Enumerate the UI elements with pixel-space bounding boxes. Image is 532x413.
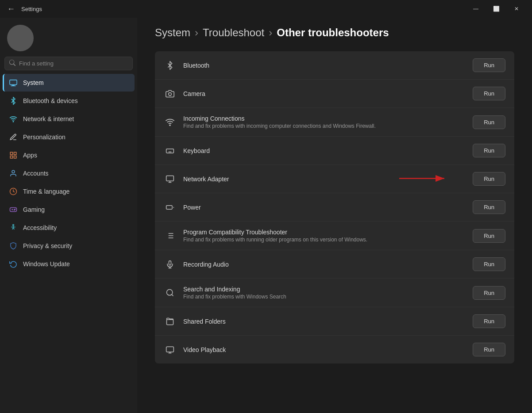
program-compatibility-ts-info: Program Compatibility Troubleshooter Fin… <box>183 229 466 243</box>
maximize-button[interactable]: ⬜ <box>486 2 506 15</box>
network-adapter-ts-icon <box>164 173 176 185</box>
search-indexing-run-button[interactable]: Run <box>473 286 505 300</box>
troubleshooter-recording-audio: Recording Audio Run <box>155 250 514 279</box>
bluetooth-nav-icon <box>9 96 18 105</box>
sidebar: System Bluetooth & devices <box>0 18 137 413</box>
sidebar-item-time-label: Time & language <box>23 188 69 195</box>
program-compatibility-ts-icon <box>164 229 176 242</box>
sidebar-item-system[interactable]: System <box>3 74 135 92</box>
troubleshooter-shared-folders: Shared Folders Run <box>155 307 514 336</box>
shared-folders-run-button[interactable]: Run <box>473 314 505 328</box>
breadcrumb-system[interactable]: System <box>155 27 190 39</box>
titlebar-left: ← Settings <box>5 3 42 15</box>
camera-ts-icon <box>164 88 176 100</box>
program-compatibility-run-button[interactable]: Run <box>473 229 505 243</box>
search-box[interactable] <box>4 57 133 70</box>
breadcrumb-sep1: › <box>195 27 198 39</box>
update-icon <box>9 260 18 268</box>
troubleshooter-search-indexing: Search and Indexing Find and fix problem… <box>155 279 514 307</box>
sidebar-item-update-label: Windows Update <box>23 260 70 268</box>
svg-point-3 <box>13 121 14 122</box>
troubleshooter-bluetooth: Bluetooth Run <box>155 51 514 80</box>
sidebar-item-gaming[interactable]: Gaming <box>3 201 135 218</box>
close-button[interactable]: ✕ <box>506 2 527 15</box>
avatar <box>7 25 34 51</box>
video-playback-ts-icon <box>164 344 176 356</box>
power-ts-name: Power <box>183 204 466 211</box>
accessibility-icon <box>9 223 18 232</box>
svg-rect-4 <box>10 152 12 154</box>
svg-rect-27 <box>169 260 171 265</box>
program-compatibility-ts-desc: Find and fix problems with running older… <box>183 237 466 243</box>
svg-rect-16 <box>166 149 174 153</box>
svg-point-15 <box>170 125 170 126</box>
svg-point-30 <box>167 290 173 295</box>
video-playback-run-button[interactable]: Run <box>473 343 505 356</box>
gaming-icon <box>9 205 18 214</box>
titlebar: ← Settings — ⬜ ✕ <box>0 0 532 18</box>
sidebar-item-personalization[interactable]: Personalization <box>3 128 135 146</box>
sidebar-item-personalization-label: Personalization <box>23 134 66 141</box>
troubleshooter-network-adapter: Network Adapter Run <box>155 165 514 193</box>
bluetooth-run-button[interactable]: Run <box>473 58 505 72</box>
recording-audio-run-button[interactable]: Run <box>473 257 505 271</box>
back-button[interactable]: ← <box>5 3 17 15</box>
svg-line-31 <box>172 294 173 296</box>
sidebar-item-accessibility-label: Accessibility <box>23 224 57 231</box>
system-icon <box>9 78 18 87</box>
troubleshooter-program-compatibility: Program Compatibility Troubleshooter Fin… <box>155 222 514 250</box>
search-input[interactable] <box>19 60 128 67</box>
svg-point-13 <box>13 225 14 226</box>
sidebar-item-privacy-label: Privacy & security <box>23 242 72 249</box>
search-indexing-ts-desc: Find and fix problems with Windows Searc… <box>183 294 466 300</box>
recording-audio-ts-name: Recording Audio <box>183 261 466 268</box>
keyboard-run-button[interactable]: Run <box>473 144 505 157</box>
titlebar-title: Settings <box>21 6 42 12</box>
incoming-connections-run-button[interactable]: Run <box>473 115 505 129</box>
camera-ts-info: Camera <box>183 90 466 97</box>
svg-rect-33 <box>166 347 174 352</box>
search-indexing-ts-icon <box>164 287 176 299</box>
shared-folders-ts-info: Shared Folders <box>183 318 466 325</box>
svg-rect-6 <box>14 156 16 158</box>
search-icon <box>9 60 15 67</box>
video-playback-ts-name: Video Playback <box>183 346 466 353</box>
sidebar-item-accounts[interactable]: Accounts <box>3 164 135 182</box>
privacy-icon <box>9 241 18 250</box>
sidebar-item-privacy[interactable]: Privacy & security <box>3 237 135 255</box>
breadcrumb-troubleshoot[interactable]: Troubleshoot <box>203 27 264 39</box>
camera-ts-name: Camera <box>183 90 466 97</box>
recording-audio-ts-info: Recording Audio <box>183 261 466 268</box>
minimize-button[interactable]: — <box>466 2 486 15</box>
breadcrumb-current: Other troubleshooters <box>277 27 389 39</box>
personalization-icon <box>9 133 18 141</box>
network-adapter-run-button[interactable]: Run <box>473 172 505 186</box>
camera-run-button[interactable]: Run <box>473 87 505 100</box>
sidebar-item-accessibility[interactable]: Accessibility <box>3 219 135 237</box>
sidebar-item-network-label: Network & internet <box>23 115 74 122</box>
shared-folders-ts-name: Shared Folders <box>183 318 466 325</box>
sidebar-item-bluetooth-label: Bluetooth & devices <box>23 97 78 104</box>
sidebar-item-accounts-label: Accounts <box>23 170 49 177</box>
keyboard-ts-info: Keyboard <box>183 147 466 154</box>
titlebar-controls: — ⬜ ✕ <box>466 2 527 15</box>
sidebar-item-system-label: System <box>23 79 44 86</box>
sidebar-item-apps[interactable]: Apps <box>3 146 135 164</box>
sidebar-item-apps-label: Apps <box>23 152 37 159</box>
sidebar-item-time[interactable]: Time & language <box>3 183 135 200</box>
program-compatibility-ts-name: Program Compatibility Troubleshooter <box>183 229 466 236</box>
svg-rect-17 <box>166 176 174 181</box>
apps-icon <box>9 151 18 160</box>
sidebar-item-bluetooth[interactable]: Bluetooth & devices <box>3 92 135 110</box>
recording-audio-ts-icon <box>164 258 176 271</box>
power-run-button[interactable]: Run <box>473 200 505 214</box>
app-body: System Bluetooth & devices <box>0 18 532 413</box>
main-content: System › Troubleshoot › Other troublesho… <box>137 18 532 413</box>
troubleshooter-incoming-connections: Incoming Connections Find and fix proble… <box>155 108 514 137</box>
sidebar-item-network[interactable]: Network & internet <box>3 110 135 128</box>
accounts-icon <box>9 169 18 178</box>
troubleshooters-list: Bluetooth Run Camera Run <box>155 51 514 363</box>
sidebar-item-update[interactable]: Windows Update <box>3 255 135 273</box>
search-indexing-ts-info: Search and Indexing Find and fix problem… <box>183 286 466 300</box>
incoming-connections-ts-name: Incoming Connections <box>183 115 466 122</box>
